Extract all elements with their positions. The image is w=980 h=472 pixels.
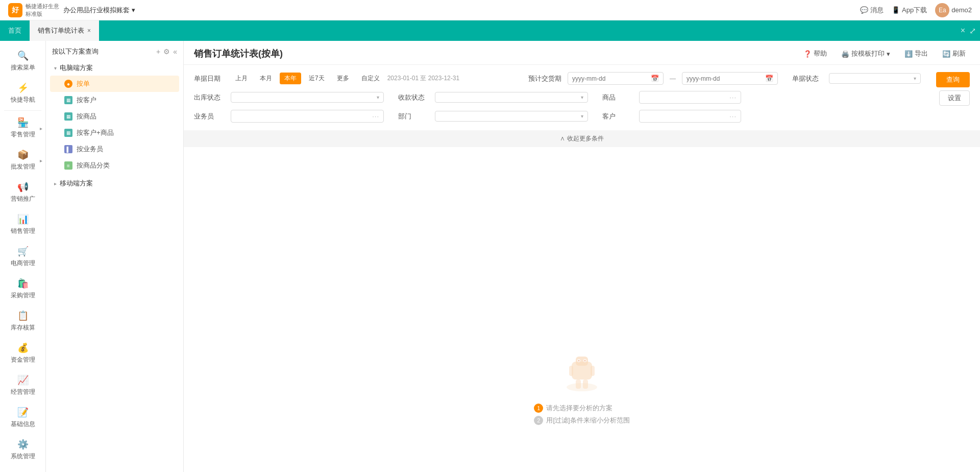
content: 按以下方案查询 + ⚙ « ▾ 电脑端方案 ● 按单 ▦ 按客户 bbox=[46, 41, 980, 472]
mobile-group-header[interactable]: ▸ 移动端方案 bbox=[50, 176, 179, 191]
empty-tips: 1 请先选择要分析的方案 2 用[过滤]条件来缩小分析范围 bbox=[534, 404, 629, 428]
expected-date-end-input[interactable] bbox=[687, 75, 763, 82]
schema-item-by-customer-product[interactable]: ▦ 按客户+商品 bbox=[50, 125, 179, 141]
query-button[interactable]: 查询 bbox=[936, 72, 970, 87]
customer-select[interactable]: ··· bbox=[639, 110, 741, 123]
sidebar-item-basic[interactable]: 📝 基础信息 bbox=[0, 402, 45, 434]
payment-status-select[interactable]: ▾ bbox=[435, 92, 588, 103]
top-bar-left: 好 畅捷通好生意 标准版 办公用品行业模拟账套 ▾ bbox=[8, 3, 135, 17]
product-select[interactable]: ··· bbox=[639, 91, 741, 104]
add-schema-icon[interactable]: + bbox=[156, 48, 160, 56]
sidebar-item-wholesale[interactable]: 📦 批发管理 bbox=[0, 144, 45, 176]
status-label: 单据状态 bbox=[792, 74, 823, 83]
sidebar-item-label: 批发管理 bbox=[11, 162, 35, 171]
product-label: 商品 bbox=[602, 93, 633, 102]
search-icon: 🔍 bbox=[17, 50, 29, 61]
main-header: 销售订单统计表(按单) ❓ 帮助 🖨️ 按模板打印 ▾ ⬇️ 导出 bbox=[184, 41, 980, 65]
sidebar-item-finance[interactable]: 💰 资金管理 bbox=[0, 337, 45, 369]
department-select[interactable]: ▾ bbox=[435, 111, 588, 122]
sidebar-item-inventory[interactable]: 📋 库存核算 bbox=[0, 305, 45, 337]
department-label: 部门 bbox=[398, 112, 429, 121]
schema-item-by-customer[interactable]: ▦ 按客户 bbox=[50, 92, 179, 108]
tip-2-num: 2 bbox=[534, 416, 543, 425]
pc-group-header[interactable]: ▾ 电脑端方案 bbox=[50, 60, 179, 76]
expected-date-start[interactable]: 📅 bbox=[568, 72, 664, 85]
sidebar-item-retail[interactable]: 🏪 零售管理 bbox=[0, 112, 45, 144]
shortcut-this-month[interactable]: 本月 bbox=[255, 73, 277, 84]
sidebar-item-sales[interactable]: 📊 销售管理 bbox=[0, 208, 45, 241]
window-maximize-icon[interactable]: ⤢ bbox=[969, 26, 976, 36]
settings-schema-icon[interactable]: ⚙ bbox=[163, 48, 170, 56]
help-button[interactable]: ❓ 帮助 bbox=[799, 47, 831, 60]
sidebar-item-marketing[interactable]: 📢 营销推广 bbox=[0, 176, 45, 208]
empty-tip-2: 2 用[过滤]条件来缩小分析范围 bbox=[534, 416, 629, 425]
by-customer-label: 按客户 bbox=[77, 96, 96, 105]
sidebar-item-operations[interactable]: 📈 经营管理 bbox=[0, 369, 45, 402]
tab-sales-order-stats[interactable]: 销售订单统计表 × bbox=[30, 20, 99, 41]
print-button[interactable]: 🖨️ 按模板打印 ▾ bbox=[837, 47, 894, 60]
main-actions: ❓ 帮助 🖨️ 按模板打印 ▾ ⬇️ 导出 🔄 刷新 bbox=[799, 47, 970, 60]
svg-point-6 bbox=[584, 360, 586, 361]
sidebar-item-label: 搜索菜单 bbox=[11, 63, 35, 72]
shortcut-last-month[interactable]: 上月 bbox=[231, 73, 252, 84]
main-area: 销售订单统计表(按单) ❓ 帮助 🖨️ 按模板打印 ▾ ⬇️ 导出 bbox=[184, 41, 980, 472]
status-select[interactable]: ▾ bbox=[829, 73, 921, 84]
export-button[interactable]: ⬇️ 导出 bbox=[900, 47, 932, 60]
layout: 🔍 搜索菜单 ⚡ 快捷导航 🏪 零售管理 📦 批发管理 📢 营销推广 📊 销售管… bbox=[0, 41, 980, 472]
inventory-icon: 📋 bbox=[17, 310, 29, 321]
tab-close-icon[interactable]: × bbox=[87, 27, 91, 34]
tab-home[interactable]: 首页 bbox=[0, 20, 30, 41]
salesperson-label: 业务员 bbox=[194, 112, 225, 121]
schema-item-by-salesperson[interactable]: ▌ 按业务员 bbox=[50, 141, 179, 157]
user-profile[interactable]: Ea demo2 bbox=[935, 3, 972, 17]
collapse-up-icon: ∧ bbox=[560, 135, 567, 142]
sidebar-item-ecommerce[interactable]: 🛒 电商管理 bbox=[0, 241, 45, 273]
refresh-button[interactable]: 🔄 刷新 bbox=[938, 47, 970, 60]
expected-date-end[interactable]: 📅 bbox=[682, 72, 778, 85]
settings-button[interactable]: 设置 bbox=[939, 90, 970, 106]
schema-item-by-order[interactable]: ● 按单 bbox=[50, 76, 179, 92]
schema-item-by-product[interactable]: ▦ 按商品 bbox=[50, 108, 179, 125]
by-product-label: 按商品 bbox=[77, 112, 96, 121]
nav-controls: × ⤢ bbox=[957, 26, 980, 36]
message-button[interactable]: 💬 消息 bbox=[860, 6, 884, 15]
collapse-panel-icon[interactable]: « bbox=[173, 48, 177, 56]
customer-more-icon[interactable]: ··· bbox=[729, 112, 737, 120]
window-close-icon[interactable]: × bbox=[961, 26, 965, 35]
app-download-button[interactable]: 📱 App下载 bbox=[892, 6, 927, 15]
chevron-down-icon: ▾ bbox=[132, 6, 135, 14]
by-salesperson-icon: ▌ bbox=[64, 145, 72, 153]
schema-item-by-category[interactable]: ≡ 按商品分类 bbox=[50, 157, 179, 174]
sidebar-item-search-menu[interactable]: 🔍 搜索菜单 bbox=[0, 45, 45, 77]
salesperson-more-icon[interactable]: ··· bbox=[372, 112, 379, 120]
payment-status-dropdown-icon: ▾ bbox=[581, 95, 583, 100]
shortcut-last-7days[interactable]: 近7天 bbox=[304, 73, 329, 84]
svg-rect-10 bbox=[583, 380, 588, 389]
sidebar-item-label: 营销推广 bbox=[11, 195, 35, 203]
message-icon: 💬 bbox=[860, 6, 868, 14]
expected-date-start-input[interactable] bbox=[572, 75, 649, 82]
out-status-select[interactable]: ▾ bbox=[231, 92, 384, 103]
shortcut-custom[interactable]: 自定义 bbox=[357, 73, 384, 84]
finance-icon: 💰 bbox=[17, 342, 29, 353]
marketing-icon: 📢 bbox=[17, 181, 29, 193]
sidebar-item-enterprise[interactable]: 🤝 企业协同 bbox=[0, 466, 45, 472]
empty-tip-1: 1 请先选择要分析的方案 bbox=[534, 404, 629, 413]
wholesale-icon: 📦 bbox=[17, 149, 29, 160]
customer-label: 客户 bbox=[602, 112, 633, 121]
sidebar-item-purchase[interactable]: 🛍️ 采购管理 bbox=[0, 273, 45, 305]
sidebar-item-quick-nav[interactable]: ⚡ 快捷导航 bbox=[0, 77, 45, 109]
company-selector[interactable]: 办公用品行业模拟账套 ▾ bbox=[63, 6, 135, 15]
salesperson-select[interactable]: ··· bbox=[231, 110, 384, 123]
collapse-bar[interactable]: ∧ 收起更多条件 bbox=[184, 130, 980, 147]
sidebar-item-system[interactable]: ⚙️ 系统管理 bbox=[0, 434, 45, 466]
top-bar-right: 💬 消息 📱 App下载 Ea demo2 bbox=[860, 3, 972, 17]
logo-box: 好 畅捷通好生意 标准版 bbox=[8, 3, 59, 17]
shortcut-this-year[interactable]: 本年 bbox=[280, 73, 301, 84]
retail-icon: 🏪 bbox=[17, 117, 29, 128]
shortcut-more[interactable]: 更多 bbox=[332, 73, 354, 84]
out-status-dropdown-icon: ▾ bbox=[377, 95, 379, 100]
date-shortcut-group: 上月 本月 本年 近7天 更多 自定义 2023-01-01 至 2023-12… bbox=[231, 73, 514, 84]
by-order-icon: ● bbox=[64, 80, 72, 88]
product-more-icon[interactable]: ··· bbox=[729, 93, 737, 101]
